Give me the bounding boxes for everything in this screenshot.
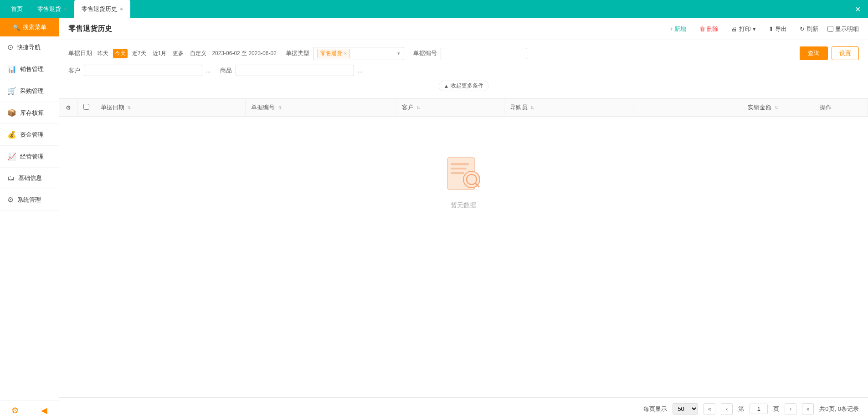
customer-filter-input[interactable] xyxy=(84,65,202,76)
print-button-label: 🖨 打印 xyxy=(731,25,751,33)
col-settings[interactable]: ⚙ xyxy=(59,99,77,117)
delete-button[interactable]: 🗑 删除 xyxy=(696,23,723,35)
select-all-checkbox[interactable] xyxy=(83,104,89,110)
operations-icon: 📈 xyxy=(7,152,16,161)
customer-filter-dots[interactable]: ... xyxy=(206,67,211,74)
empty-state: 暂无数据 xyxy=(59,117,868,246)
empty-cell: 暂无数据 xyxy=(59,117,868,246)
date-opt-today[interactable]: 今天 xyxy=(113,49,128,58)
tab-retail-return-close[interactable]: × xyxy=(64,6,67,12)
system-icon: ⚙ xyxy=(7,195,14,204)
collapse-filter-button[interactable]: ▲ 收起更多条件 xyxy=(439,81,489,91)
date-sort-icon[interactable]: ⇅ xyxy=(127,105,131,110)
date-opt-1month[interactable]: 近1月 xyxy=(151,49,169,58)
per-page-select[interactable]: 50 10 20 100 xyxy=(673,403,698,415)
filter-row-1: 单据日期 昨天 今天 近7天 近1月 更多 自定义 2023-06-02 至 2… xyxy=(68,46,859,60)
goods-filter-label: 商品 xyxy=(220,67,232,75)
basic-info-icon: 🗂 xyxy=(7,174,15,182)
new-button[interactable]: + 新增 xyxy=(666,23,690,35)
tab-retail-return[interactable]: 零售退货 × xyxy=(30,0,74,18)
query-button[interactable]: 查询 xyxy=(800,46,828,60)
finance-icon: 💰 xyxy=(7,130,16,139)
prev-page-button[interactable]: ‹ xyxy=(721,403,733,415)
content-area: 零售退货历史 + 新增 🗑 删除 🖨 打印 ▾ ⬆ 导出 ↻ 刷新 xyxy=(59,18,868,420)
sidebar-item-system[interactable]: ⚙ 系统管理 xyxy=(0,189,59,211)
inventory-icon: 📦 xyxy=(7,108,16,117)
settings-bottom-icon[interactable]: ⚙ xyxy=(11,405,19,415)
sidebar-item-system-label: 系统管理 xyxy=(17,196,41,204)
refresh-button[interactable]: ↻ 刷新 xyxy=(796,23,822,35)
type-tag-text: 零售退货 xyxy=(320,50,342,57)
sidebar-item-purchase[interactable]: 🛒 采购管理 xyxy=(0,80,59,102)
sidebar-item-operations[interactable]: 📈 经营管理 xyxy=(0,146,59,168)
number-filter-input[interactable] xyxy=(441,48,527,59)
page-label: 第 xyxy=(738,405,744,413)
print-button[interactable]: 🖨 打印 ▾ xyxy=(728,23,760,35)
export-button[interactable]: ⬆ 导出 xyxy=(765,23,791,35)
main-layout: 🔍 搜索菜单 ⊙ 快捷导航 📊 销售管理 🛒 采购管理 📦 库存核算 💰 xyxy=(0,18,868,420)
date-opt-custom[interactable]: 自定义 xyxy=(188,49,208,58)
new-button-label: + 新增 xyxy=(669,25,686,33)
date-opt-7days[interactable]: 近7天 xyxy=(130,49,148,58)
sidebar-item-inventory[interactable]: 📦 库存核算 xyxy=(0,102,59,124)
sidebar-item-quick-nav[interactable]: ⊙ 快捷导航 xyxy=(0,36,59,58)
sidebar-item-basic-info[interactable]: 🗂 基础信息 xyxy=(0,168,59,189)
tab-list: 首页 零售退货 × 零售退货历史 × xyxy=(4,0,851,18)
date-opt-more[interactable]: 更多 xyxy=(171,49,185,58)
table-header-row: ⚙ 单据日期 ⇅ 单据编号 ⇅ 客户 xyxy=(59,99,868,117)
col-checkbox xyxy=(77,99,95,117)
table-body: 暂无数据 xyxy=(59,117,868,246)
collapse-filter-label: 收起更多条件 xyxy=(451,82,483,90)
svg-rect-3 xyxy=(451,172,464,174)
show-detail-toggle[interactable]: 显示明细 xyxy=(827,25,859,33)
sidebar-item-finance-label: 资金管理 xyxy=(20,131,44,139)
export-button-label: ⬆ 导出 xyxy=(769,25,787,33)
tab-retail-return-history-close[interactable]: × xyxy=(120,6,123,12)
type-tag-remove[interactable]: × xyxy=(344,51,347,56)
pagination-bar: 每页显示 50 10 20 100 « ‹ 第 页 › » 共0页, 0条记录 xyxy=(59,397,868,420)
goods-filter-dots[interactable]: ... xyxy=(358,67,363,74)
goods-filter-input[interactable] xyxy=(236,65,354,76)
quick-nav-icon: ⊙ xyxy=(7,43,13,51)
sidebar-item-sales[interactable]: 📊 销售管理 xyxy=(0,58,59,80)
type-filter-label: 单据类型 xyxy=(286,49,309,57)
sidebar-search-label: 搜索菜单 xyxy=(23,23,46,31)
show-detail-checkbox[interactable] xyxy=(827,26,833,32)
last-page-button[interactable]: » xyxy=(802,403,814,415)
sidebar-item-finance[interactable]: 💰 资金管理 xyxy=(0,124,59,146)
empty-row: 暂无数据 xyxy=(59,117,868,246)
page-header: 零售退货历史 + 新增 🗑 删除 🖨 打印 ▾ ⬆ 导出 ↻ 刷新 xyxy=(59,18,868,40)
number-sort-icon[interactable]: ⇅ xyxy=(278,105,282,110)
filter-date: 单据日期 昨天 今天 近7天 近1月 更多 自定义 2023-06-02 至 2… xyxy=(68,49,277,58)
empty-text: 暂无数据 xyxy=(451,201,476,210)
sidebar-item-inventory-label: 库存核算 xyxy=(20,109,44,117)
tab-home[interactable]: 首页 xyxy=(4,0,30,18)
date-options: 昨天 今天 近7天 近1月 更多 自定义 xyxy=(96,49,208,58)
col-date: 单据日期 ⇅ xyxy=(95,99,246,117)
per-page-label: 每页显示 xyxy=(643,405,667,413)
customer-sort-icon[interactable]: ⇅ xyxy=(416,105,420,110)
guide-sort-icon[interactable]: ⇅ xyxy=(530,105,534,110)
page-input[interactable] xyxy=(750,404,768,414)
filter-customer: 客户 ... xyxy=(68,65,211,76)
next-page-button[interactable]: › xyxy=(785,403,796,415)
page-unit: 页 xyxy=(773,405,779,413)
collapse-sidebar-icon[interactable]: ◀ xyxy=(41,405,47,415)
window-close-button[interactable]: ✕ xyxy=(851,3,864,15)
number-filter-label: 单据编号 xyxy=(413,49,437,57)
sidebar-search[interactable]: 🔍 搜索菜单 xyxy=(0,18,59,36)
type-tag: 零售退货 × xyxy=(317,49,350,58)
sidebar-item-purchase-label: 采购管理 xyxy=(20,87,44,95)
tab-retail-return-history[interactable]: 零售退货历史 × xyxy=(74,0,130,18)
date-filter-label: 单据日期 xyxy=(68,49,92,57)
date-opt-yesterday[interactable]: 昨天 xyxy=(96,49,110,58)
svg-rect-2 xyxy=(451,168,467,169)
sales-icon: 📊 xyxy=(7,65,16,73)
first-page-button[interactable]: « xyxy=(704,403,715,415)
amount-sort-icon[interactable]: ⇅ xyxy=(775,105,778,110)
tab-home-label: 首页 xyxy=(11,5,23,13)
tab-retail-return-history-label: 零售退货历史 xyxy=(82,5,117,13)
sidebar-item-sales-label: 销售管理 xyxy=(20,65,44,73)
type-select-box[interactable]: 零售退货 × ▾ xyxy=(313,47,404,60)
setting-button[interactable]: 设置 xyxy=(832,46,859,60)
